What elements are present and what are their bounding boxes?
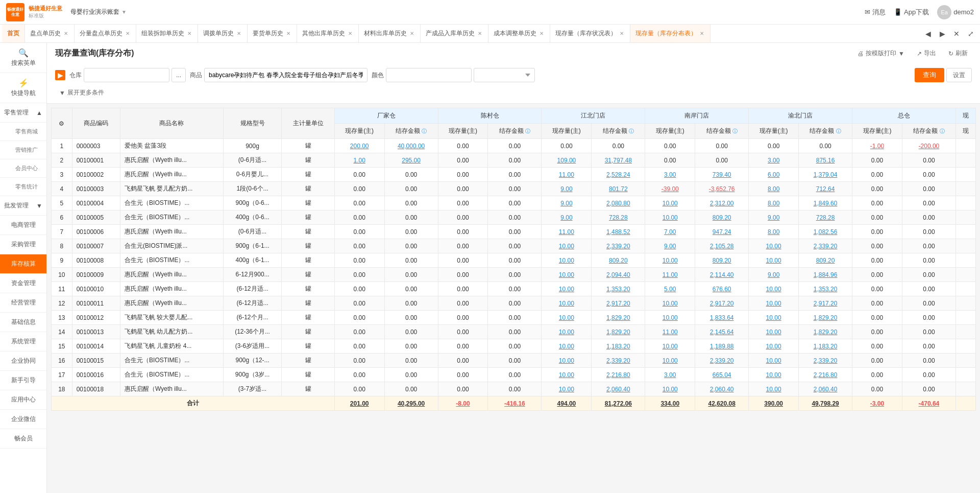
row-yubei-qty[interactable]: 10.00	[749, 368, 799, 382]
nav-close-btn[interactable]: ✕	[949, 27, 964, 41]
sidebar-item-collab[interactable]: 企业协同	[0, 351, 46, 371]
sidebar-item-wholesale[interactable]: 批发管理 ▼	[0, 196, 46, 216]
row-yubei-qty[interactable]: 10.00	[749, 354, 799, 368]
row-yubei-qty[interactable]: 10.00	[749, 382, 799, 396]
close-icon[interactable]: ✕	[63, 31, 69, 36]
close-icon[interactable]: ✕	[236, 31, 242, 36]
row-nanan-qty[interactable]: 11.00	[645, 268, 695, 282]
nav-next-btn[interactable]: ▶	[935, 27, 949, 41]
footer-total-amt[interactable]: -470.64	[902, 396, 955, 411]
refresh-btn[interactable]: ↻ 刷新	[944, 47, 972, 60]
tab-qitachuku[interactable]: 其他出库单历史 ✕	[297, 25, 359, 43]
sidebar-item-finance[interactable]: 资金管理	[0, 274, 46, 293]
row-nanan-qty[interactable]: 9.00	[645, 239, 695, 253]
row-yubei-qty[interactable]: 10.00	[749, 325, 799, 339]
sidebar-item-system[interactable]: 系统管理	[0, 332, 46, 351]
nav-expand-btn[interactable]: ⤢	[964, 27, 978, 41]
footer-jiangbei-amt[interactable]: 81,272.06	[592, 396, 645, 411]
tab-pandian[interactable]: 盘点单历史 ✕	[25, 25, 75, 43]
row-nanan-qty[interactable]: -39.00	[645, 182, 695, 196]
row-jiangbei-qty[interactable]: 10.00	[542, 296, 592, 311]
close-icon[interactable]: ✕	[699, 31, 705, 36]
row-nanan-qty[interactable]: 5.00	[645, 282, 695, 296]
sidebar-item-purchase[interactable]: 采购管理	[0, 235, 46, 254]
close-icon[interactable]: ✕	[409, 31, 415, 36]
footer-factory-qty[interactable]: 201.00	[334, 396, 384, 411]
nav-prev-btn[interactable]: ◀	[921, 27, 935, 41]
row-nanan-qty[interactable]: 7.00	[645, 225, 695, 239]
row-yubei-qty[interactable]: 3.00	[749, 153, 799, 168]
row-total-qty[interactable]: -1.00	[852, 139, 902, 153]
tab-xiancunkuang[interactable]: 现存量（库存状况表） ✕	[550, 25, 630, 43]
sidebar-item-mall[interactable]: 零售商城	[0, 123, 46, 141]
sidebar-item-marketing[interactable]: 营销推广	[0, 141, 46, 159]
sidebar-item-wechat[interactable]: 企业微信	[0, 410, 46, 429]
row-nanan-qty[interactable]: 10.00	[645, 382, 695, 396]
collapse-btn[interactable]: ▶	[55, 70, 65, 80]
row-nanan-qty[interactable]: 10.00	[645, 253, 695, 268]
row-yubei-qty[interactable]: 10.00	[749, 239, 799, 253]
sidebar-item-basic[interactable]: 基础信息	[0, 313, 46, 332]
color-input[interactable]	[386, 68, 472, 82]
footer-nanan-qty[interactable]: 334.00	[645, 396, 695, 411]
row-jiangbei-qty[interactable]: 109.00	[542, 153, 592, 168]
footer-chenzhou-qty[interactable]: -8.00	[438, 396, 488, 411]
footer-jiangbei-qty[interactable]: 494.00	[542, 396, 592, 411]
row-yubei-qty[interactable]: 10.00	[749, 311, 799, 325]
row-nanan-qty[interactable]: 11.00	[645, 325, 695, 339]
close-icon[interactable]: ✕	[538, 31, 545, 36]
row-factory-qty[interactable]: 1.00	[334, 153, 384, 168]
row-nanan-qty[interactable]: 10.00	[645, 354, 695, 368]
color-select[interactable]	[474, 68, 535, 82]
settings-button[interactable]: 设置	[946, 68, 972, 82]
row-yubei-qty[interactable]: 10.00	[749, 253, 799, 268]
account-dropdown[interactable]: 母婴行业演示账套 ▼	[70, 8, 127, 16]
warehouse-input[interactable]	[84, 68, 169, 82]
row-jiangbei-qty[interactable]: 11.00	[542, 225, 592, 239]
row-factory-qty[interactable]: 200.00	[334, 139, 384, 153]
tab-chanchengpin[interactable]: 产成品入库单历史 ✕	[421, 25, 488, 43]
row-nanan-qty[interactable]: 10.00	[645, 196, 695, 210]
sidebar-item-nav[interactable]: ⚡ 快捷导航	[0, 73, 46, 103]
sidebar-item-vip[interactable]: 畅会员	[0, 429, 46, 449]
row-jiangbei-qty[interactable]: 10.00	[542, 311, 592, 325]
row-yubei-qty[interactable]: 10.00	[749, 339, 799, 354]
tab-chenben[interactable]: 成本调整单历史 ✕	[488, 25, 550, 43]
tab-cailiaochuku[interactable]: 材料出库单历史 ✕	[359, 25, 421, 43]
close-icon[interactable]: ✕	[347, 31, 353, 36]
sidebar-item-appcenter[interactable]: 应用中心	[0, 390, 46, 410]
footer-nanan-amt[interactable]: 42,620.08	[695, 396, 749, 411]
footer-chenzhou-amt[interactable]: -416.16	[488, 396, 542, 411]
close-icon[interactable]: ✕	[619, 31, 625, 36]
warehouse-ellipsis-btn[interactable]: ...	[172, 68, 186, 82]
row-factory-amt[interactable]: 295.00	[384, 153, 438, 168]
row-yubei-qty[interactable]: 8.00	[749, 196, 799, 210]
tab-zuzhuang[interactable]: 组装拆卸单历史 ✕	[136, 25, 198, 43]
sidebar-item-retail-stat[interactable]: 零售统计	[0, 178, 46, 196]
export-btn[interactable]: ↗ 导出	[913, 47, 940, 60]
close-icon[interactable]: ✕	[186, 31, 192, 36]
footer-total-qty[interactable]: -3.00	[852, 396, 902, 411]
tab-home[interactable]: 首页	[2, 25, 25, 43]
row-jiangbei-qty[interactable]: 10.00	[542, 325, 592, 339]
sidebar-item-member[interactable]: 会员中心	[0, 159, 46, 178]
sidebar-item-guide[interactable]: 新手引导	[0, 371, 46, 390]
row-yubei-qty[interactable]: 10.00	[749, 282, 799, 296]
row-yubei-qty[interactable]: 8.00	[749, 225, 799, 239]
row-yubei-qty[interactable]: 9.00	[749, 268, 799, 282]
row-nanan-qty[interactable]: 3.00	[645, 368, 695, 382]
sidebar-item-search[interactable]: 🔍 搜索英单	[0, 43, 46, 73]
footer-factory-amt[interactable]: 40,295.00	[384, 396, 438, 411]
row-yubei-qty[interactable]: 8.00	[749, 182, 799, 196]
print-btn[interactable]: 🖨 按模版打印 ▼	[853, 47, 909, 60]
tab-yaohuo[interactable]: 要货单历史 ✕	[248, 25, 297, 43]
message-btn[interactable]: ✉ 消息	[865, 8, 886, 17]
close-icon[interactable]: ✕	[477, 31, 483, 36]
tab-xiancunfenbu[interactable]: 现存量（库存分布表） ✕	[630, 25, 710, 43]
row-jiangbei-qty[interactable]: 10.00	[542, 253, 592, 268]
sidebar-item-ecom[interactable]: 电商管理	[0, 216, 46, 235]
sidebar-item-inventory[interactable]: 库存核算	[0, 254, 46, 274]
row-nanan-qty[interactable]: 10.00	[645, 210, 695, 225]
close-icon[interactable]: ✕	[125, 31, 131, 36]
row-jiangbei-qty[interactable]: 9.00	[542, 210, 592, 225]
